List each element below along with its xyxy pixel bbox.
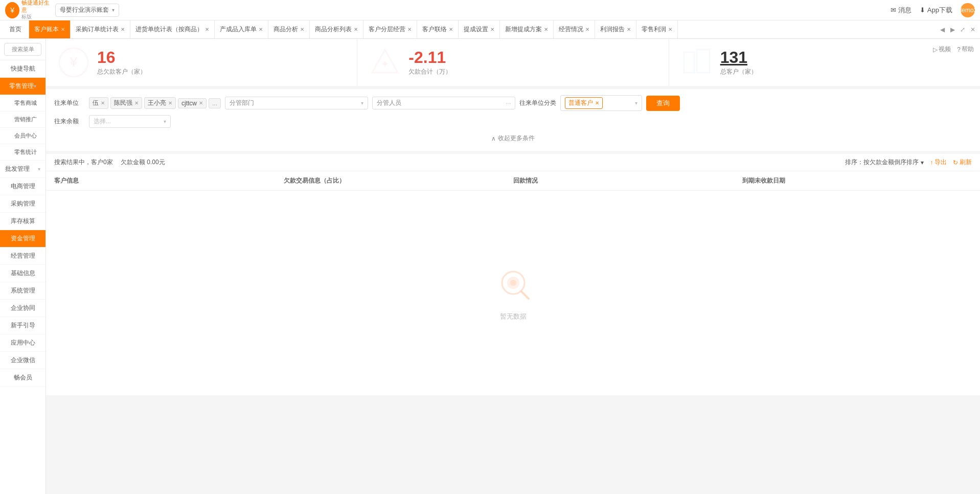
sidebar-item-system[interactable]: 系统管理: [0, 282, 45, 300]
sidebar-item-quick-nav[interactable]: 快捷导航: [0, 60, 45, 78]
nav-tab-12[interactable]: 零售利润 ✕: [636, 20, 678, 39]
avatar[interactable]: demo2: [961, 3, 975, 17]
nav-tab-close-6[interactable]: ✕: [407, 27, 412, 32]
tag-cjttcw-close[interactable]: ✕: [199, 100, 203, 106]
nav-tab-10[interactable]: 经营情况 ✕: [554, 20, 595, 39]
refresh-label: 刷新: [960, 158, 972, 167]
tag-wu-close[interactable]: ✕: [101, 100, 105, 106]
nav-tabs: 首页 客户账本 ✕ 采购订单统计表 ✕ 进货单统计表（按商品） ✕ 产成品入库单…: [0, 20, 980, 39]
export-icon: ↑: [930, 159, 933, 166]
nav-expand-icon[interactable]: ⤢: [958, 25, 968, 35]
message-label: 消息: [898, 6, 911, 15]
empty-icon: [493, 265, 534, 306]
dept-select[interactable]: 分管部门 ▾: [225, 97, 368, 109]
nav-tab-7[interactable]: 客户联络 ✕: [417, 20, 459, 39]
nav-tab-close-11[interactable]: ✕: [627, 27, 631, 32]
nav-tab-close-4[interactable]: ✕: [300, 27, 304, 32]
balance-select[interactable]: 选择... ▾: [89, 115, 171, 128]
app-wrapper: ¥ 畅捷通好生意 标版 母婴行业演示账套 ▾ ✉ 消息 ⬇ App下载 demo…: [0, 0, 980, 494]
nav-tab-6[interactable]: 客户分层经营 ✕: [363, 20, 417, 39]
nav-tab-close-8[interactable]: ✕: [490, 27, 494, 32]
tag-chen-close[interactable]: ✕: [134, 100, 139, 106]
sidebar-item-label-basic: 基础信息: [11, 269, 35, 278]
sidebar-item-marketing[interactable]: 营销推广: [0, 111, 45, 128]
main-content: ¥ 16 总欠款客户（家） ✦ -2.11 欠款合计（万）: [46, 39, 980, 494]
nav-tab-label-5: 商品分析列表: [315, 25, 352, 34]
filter-tag-wang: 王小亮 ✕: [144, 97, 176, 109]
nav-tab-close-10[interactable]: ✕: [585, 27, 589, 32]
nav-tab-label-12: 零售利润: [642, 25, 666, 34]
nav-tab-close-9[interactable]: ✕: [544, 27, 548, 32]
export-btn[interactable]: ↑ 导出: [930, 158, 947, 167]
nav-tab-close-7[interactable]: ✕: [449, 27, 453, 32]
query-button[interactable]: 查询: [646, 96, 680, 111]
person-select[interactable]: 分管人员 ···: [372, 97, 515, 109]
nav-tab-11[interactable]: 利润报告 ✕: [595, 20, 636, 39]
nav-tab-5[interactable]: 商品分析列表 ✕: [310, 20, 363, 39]
sidebar-item-label-wechat: 企业微信: [11, 356, 35, 365]
help-icon: ?: [957, 46, 961, 53]
nav-close-all-icon[interactable]: ✕: [968, 25, 978, 35]
stat-value-debt: -2.11: [408, 49, 451, 65]
tag-wang-close[interactable]: ✕: [168, 100, 172, 106]
sidebar-item-basic-info[interactable]: 基础信息: [0, 265, 45, 282]
nav-tab-close-1[interactable]: ✕: [121, 27, 125, 32]
category-tag-close[interactable]: ✕: [595, 100, 599, 106]
sidebar-item-operations[interactable]: 经营管理: [0, 248, 45, 265]
collapse-btn[interactable]: ∧ 收起更多条件: [487, 132, 539, 145]
stat-item-total: 131 总客户（家） ▷ 视频 ? 帮助: [669, 39, 980, 86]
download-icon: ⬇: [920, 6, 925, 14]
sidebar-search-btn[interactable]: 搜索菜单: [4, 43, 41, 56]
nav-tab-4[interactable]: 商品分析 ✕: [268, 20, 310, 39]
sidebar-item-purchase[interactable]: 采购管理: [0, 195, 45, 213]
app-download-label: App下载: [927, 6, 952, 15]
help-link[interactable]: ? 帮助: [957, 45, 974, 54]
sidebar-item-inventory[interactable]: 库存核算: [0, 213, 45, 230]
nav-tab-close-2[interactable]: ✕: [205, 27, 209, 32]
sidebar-item-vip[interactable]: 畅会员: [0, 369, 45, 387]
tag-chen-text: 陈民强: [114, 99, 132, 107]
search-count-text: 搜索结果中，客户0家: [54, 159, 113, 166]
refresh-btn[interactable]: ↻ 刷新: [953, 158, 972, 167]
filter-more-btn[interactable]: ...: [209, 98, 221, 108]
sidebar-item-apps[interactable]: 应用中心: [0, 334, 45, 352]
tag-wang-text: 王小亮: [148, 99, 166, 107]
dept-arrow-icon: ▾: [361, 100, 363, 106]
nav-tab-close-0[interactable]: ✕: [61, 27, 65, 32]
filter-tag-wu: 伍 ✕: [89, 97, 108, 109]
nav-right-arrow[interactable]: ▶: [947, 25, 958, 35]
sidebar-item-cooperation[interactable]: 企业协同: [0, 300, 45, 317]
account-dropdown[interactable]: 母婴行业演示账套 ▾: [55, 4, 119, 17]
sidebar-item-wholesale[interactable]: 批发管理 ▾: [0, 161, 45, 178]
sidebar-item-ecommerce[interactable]: 电商管理: [0, 178, 45, 195]
sidebar-item-member-center[interactable]: 会员中心: [0, 128, 45, 144]
sidebar-item-retail-management[interactable]: 零售管理 ▾: [0, 78, 45, 95]
logo-text-area: 畅捷通好生意 标版: [21, 0, 51, 20]
nav-tab-1[interactable]: 采购订单统计表 ✕: [71, 20, 130, 39]
nav-tab-3[interactable]: 产成品入库单 ✕: [215, 20, 268, 39]
nav-tab-0[interactable]: 客户账本 ✕: [29, 20, 71, 39]
sidebar-item-retail-shop[interactable]: 零售商城: [0, 95, 45, 111]
sidebar-item-retail-stats[interactable]: 零售统计: [0, 144, 45, 161]
balance-arrow-icon: ▾: [164, 119, 166, 124]
message-btn[interactable]: ✉ 消息: [891, 6, 911, 15]
nav-tab-close-12[interactable]: ✕: [668, 27, 672, 32]
app-download-btn[interactable]: ⬇ App下载: [920, 6, 952, 15]
nav-tab-close-3[interactable]: ✕: [259, 27, 263, 32]
nav-tab-close-5[interactable]: ✕: [354, 27, 358, 32]
nav-tab-9[interactable]: 新增提成方案 ✕: [500, 20, 554, 39]
nav-tab-2[interactable]: 进货单统计表（按商品） ✕: [130, 20, 215, 39]
sidebar-item-wechat[interactable]: 企业微信: [0, 352, 45, 369]
home-label: 首页: [9, 25, 21, 34]
table-header: 客户信息 欠款交易信息（占比） 回款情况 到期未收款日期: [46, 171, 980, 191]
video-link[interactable]: ▷ 视频: [933, 45, 951, 54]
nav-left-arrow[interactable]: ◀: [937, 25, 947, 35]
nav-tab-home[interactable]: 首页: [2, 20, 29, 39]
sort-dropdown[interactable]: 排序：按欠款金额倒序排序 ▾: [845, 158, 924, 167]
sidebar-item-guide[interactable]: 新手引导: [0, 317, 45, 334]
nav-tab-8[interactable]: 提成设置 ✕: [459, 20, 500, 39]
category-select[interactable]: 普通客户 ✕ ▾: [560, 95, 642, 111]
sidebar-item-label-quick: 快捷导航: [11, 64, 35, 73]
sidebar-item-finance[interactable]: 资金管理: [0, 230, 45, 248]
play-icon: ▷: [933, 46, 938, 53]
